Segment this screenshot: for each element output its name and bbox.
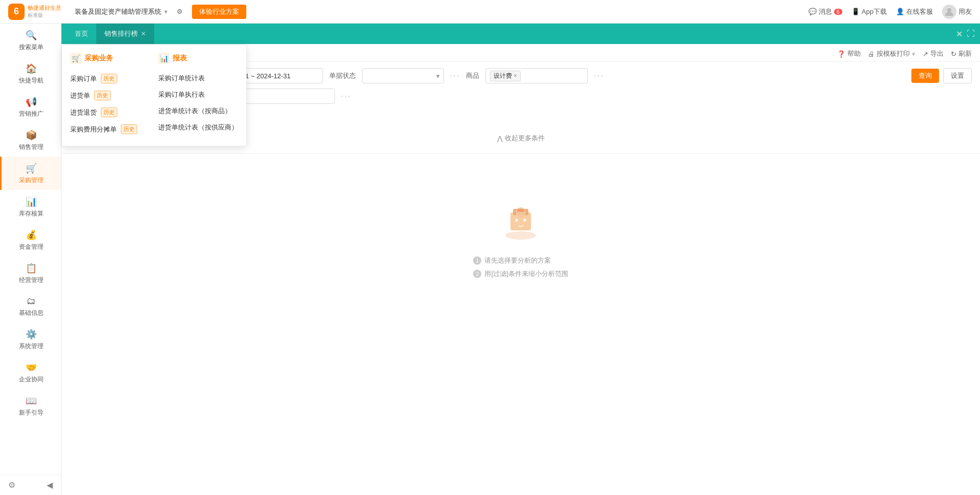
- avatar: [942, 5, 956, 19]
- menu-item-purchase-in[interactable]: 进货单 历史: [70, 87, 142, 104]
- tab-close-all-icon[interactable]: ✕: [956, 29, 963, 39]
- enterprise-icon: 🤝: [26, 362, 37, 373]
- gear-button[interactable]: ⚙: [173, 5, 187, 19]
- sidebar-item-sales[interactable]: 📦 销售管理: [0, 123, 61, 157]
- sidebar-label-system: 系统管理: [19, 342, 44, 351]
- messages-badge: 6: [834, 9, 842, 15]
- status-label: 单据状态: [329, 71, 356, 80]
- menu-item-purchase-order[interactable]: 采购订单 历史: [70, 70, 142, 87]
- report-menu-icon: 📊: [158, 53, 169, 64]
- menu-item-label: 采购订单执行表: [158, 90, 205, 99]
- service-icon: 👤: [896, 8, 904, 15]
- svg-point-6: [515, 219, 518, 222]
- settings-button[interactable]: 设置: [943, 68, 972, 83]
- sidebar-bottom: ⚙ ◀: [0, 475, 61, 495]
- sales-icon: 📦: [26, 130, 37, 141]
- empty-tip-1: 1 请先选择要分析的方案: [473, 254, 568, 267]
- sidebar-label-quick: 快捷导航: [19, 76, 44, 85]
- system-icon: ⚙️: [26, 329, 37, 340]
- sidebar-label-marketing: 营销推广: [19, 110, 44, 118]
- sidebar-item-quick[interactable]: 🏠 快捷导航: [0, 57, 61, 90]
- menu-item-label: 进货退货: [70, 108, 97, 117]
- tab-home[interactable]: 首页: [67, 24, 96, 44]
- sidebar-item-inventory[interactable]: 📊 库存核算: [0, 190, 61, 223]
- app-download-button[interactable]: 📱 App下载: [851, 7, 887, 16]
- goods-ellipsis[interactable]: ···: [594, 71, 604, 80]
- sidebar-label-guide: 新手引导: [19, 408, 44, 417]
- empty-state: 1 请先选择要分析的方案 2 用[过滤]条件来缩小分析范围: [61, 154, 980, 321]
- tab-close-icon[interactable]: ✕: [141, 30, 146, 37]
- menu-item-purchase-cost[interactable]: 采购费用分摊单 历史: [70, 121, 142, 138]
- industry-button[interactable]: 体验行业方案: [192, 5, 246, 19]
- help-button[interactable]: ❓ 帮助: [837, 49, 861, 58]
- menu-col-purchase: 🛒 采购业务 采购订单 历史 进货单 历史 进货退货 历史 采购费用分摊单 历史: [70, 53, 142, 138]
- purchase-menu-icon: 🛒: [70, 53, 81, 64]
- sidebar-label-operations: 经营管理: [19, 276, 44, 285]
- online-service-button[interactable]: 👤 在线客服: [896, 7, 933, 16]
- export-button[interactable]: ↗ 导出: [923, 49, 944, 58]
- help-icon: ❓: [837, 50, 845, 58]
- user-area[interactable]: 用友: [942, 5, 972, 19]
- status-select[interactable]: [362, 68, 444, 83]
- menu-item-report-1[interactable]: 采购订单执行表: [158, 87, 238, 103]
- menu-col-report-title: 📊 报表: [158, 53, 238, 64]
- refresh-button[interactable]: ↻ 刷新: [951, 49, 972, 58]
- goods-tag-remove[interactable]: ×: [514, 72, 517, 79]
- status-ellipsis[interactable]: ···: [450, 71, 460, 80]
- system-dropdown-arrow[interactable]: ▾: [164, 8, 167, 15]
- sidebar-item-purchase[interactable]: 🛒 采购管理: [0, 157, 61, 190]
- salesperson-ellipsis[interactable]: ···: [341, 92, 351, 101]
- print-icon: 🖨: [868, 50, 875, 58]
- sidebar-item-marketing[interactable]: 📢 营销推广: [0, 90, 61, 123]
- sidebar-item-finance[interactable]: 💰 资金管理: [0, 223, 61, 256]
- sidebar-label-base: 基础信息: [19, 309, 44, 317]
- refresh-icon: ↻: [951, 50, 956, 58]
- logo-icon: 6: [8, 4, 25, 20]
- goods-tag-input[interactable]: 设计费 ×: [485, 68, 588, 83]
- topbar-center: 装备及固定资产辅助管理系统 ▾ ⚙ 体验行业方案: [70, 5, 808, 19]
- menu-col-report: 📊 报表 采购订单统计表 采购订单执行表 进货单统计表（按商品） 进货单统计表（…: [158, 53, 238, 138]
- sidebar-settings-button[interactable]: ⚙: [8, 480, 15, 490]
- svg-point-0: [947, 8, 951, 12]
- export-icon: ↗: [923, 50, 928, 58]
- inventory-icon: 📊: [26, 196, 37, 207]
- topbar: 6 畅捷通好生意 标准版 装备及固定资产辅助管理系统 ▾ ⚙ 体验行业方案 💬 …: [0, 0, 980, 24]
- logo-area: 6 畅捷通好生意 标准版: [8, 4, 70, 20]
- tab-sales-rank[interactable]: 销售排行榜 ✕: [96, 24, 154, 44]
- history-tag-1: 历史: [94, 91, 111, 100]
- print-button[interactable]: 🖨 按模板打印 ▾: [868, 49, 915, 58]
- menu-item-label: 进货单: [70, 91, 90, 100]
- collapse-up-icon: ⋀: [497, 135, 503, 142]
- sidebar-label-inventory: 库存核算: [19, 209, 44, 218]
- sidebar-item-enterprise[interactable]: 🤝 企业协同: [0, 356, 61, 389]
- messages-button[interactable]: 💬 消息 6: [808, 7, 842, 16]
- topbar-right: 💬 消息 6 📱 App下载 👤 在线客服 用友: [808, 5, 972, 19]
- menu-item-report-3[interactable]: 进货单统计表（按供应商）: [158, 119, 238, 136]
- base-icon: 🗂: [27, 296, 36, 307]
- status-select-wrap: [362, 68, 444, 83]
- search-icon: 🔍: [26, 30, 37, 41]
- menu-item-label: 采购订单统计表: [158, 74, 205, 83]
- empty-tip-2: 2 用[过滤]条件来缩小分析范围: [473, 267, 568, 281]
- sidebar-collapse-button[interactable]: ◀: [47, 480, 53, 490]
- menu-item-report-0[interactable]: 采购订单统计表: [158, 70, 238, 87]
- query-button[interactable]: 查询: [911, 69, 939, 83]
- logo-text-area: 畅捷通好生意 标准版: [28, 4, 61, 18]
- menu-item-report-2[interactable]: 进货单统计表（按商品）: [158, 103, 238, 119]
- sidebar-item-guide[interactable]: 📖 新手引导: [0, 389, 61, 422]
- tab-fullscreen-icon[interactable]: ⛶: [967, 29, 975, 38]
- history-tag-2: 历史: [101, 107, 117, 117]
- menu-item-purchase-return[interactable]: 进货退货 历史: [70, 104, 142, 121]
- phone-icon: 📱: [851, 8, 860, 15]
- sidebar-item-system[interactable]: ⚙️ 系统管理: [0, 322, 61, 356]
- salesperson-input[interactable]: [232, 89, 335, 104]
- sidebar-item-search[interactable]: 🔍 搜索菜单: [0, 24, 61, 57]
- svg-point-1: [505, 231, 536, 240]
- tip-num-2: 2: [473, 270, 481, 278]
- sidebar-item-base[interactable]: 🗂 基础信息: [0, 290, 61, 322]
- sidebar-item-operations[interactable]: 📋 经营管理: [0, 256, 61, 290]
- messages-icon: 💬: [808, 8, 817, 15]
- svg-point-7: [523, 219, 526, 222]
- tab-sales-rank-label: 销售排行榜: [104, 29, 138, 38]
- print-dropdown-icon[interactable]: ▾: [912, 50, 915, 58]
